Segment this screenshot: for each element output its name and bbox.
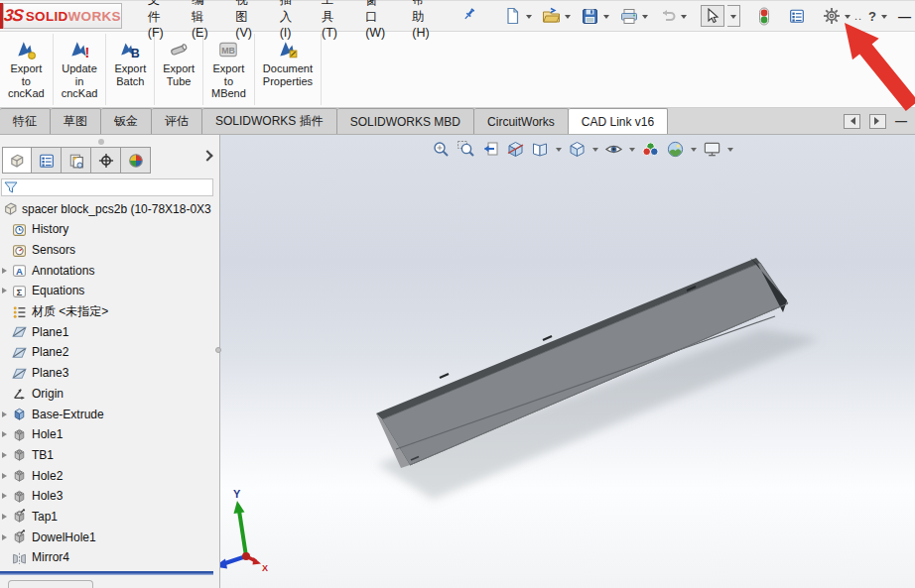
apply-scene-dropdown-icon[interactable] bbox=[691, 148, 697, 155]
view-orientation-icon[interactable] bbox=[568, 140, 587, 159]
zoom-to-fit-icon[interactable] bbox=[432, 140, 451, 159]
view-orientation-dropdown-icon[interactable] bbox=[592, 148, 598, 155]
rollback-bar[interactable] bbox=[0, 571, 213, 575]
tree-item[interactable]: Equations bbox=[0, 281, 216, 301]
settings-dropdown-icon[interactable] bbox=[845, 15, 850, 22]
tree-item-label: Plane3 bbox=[32, 366, 68, 380]
tree-item[interactable]: Origin bbox=[0, 384, 216, 405]
expand-arrow-icon[interactable] bbox=[2, 534, 10, 540]
undo-icon[interactable] bbox=[658, 6, 678, 26]
tab-displaymanager[interactable] bbox=[121, 147, 151, 174]
tab-propertymanager[interactable] bbox=[32, 147, 62, 174]
panel-grip-handle[interactable] bbox=[98, 139, 104, 145]
tree-item[interactable]: Plane2 bbox=[0, 342, 216, 363]
tree-item[interactable]: Sensors bbox=[0, 240, 216, 261]
bottom-partial-tab[interactable] bbox=[8, 580, 93, 588]
collapse-commandmanager-icon[interactable]: — bbox=[895, 114, 907, 128]
expand-arrow-icon[interactable] bbox=[2, 412, 10, 417]
tree-item[interactable]: Hole1 bbox=[0, 424, 216, 445]
save-icon[interactable] bbox=[581, 6, 600, 26]
print-dropdown-icon[interactable] bbox=[642, 15, 648, 22]
menu-item[interactable]: 工具(T) bbox=[322, 0, 338, 40]
tree-item[interactable]: Plane1 bbox=[0, 321, 216, 342]
menu-item[interactable]: 视图(V) bbox=[235, 0, 252, 40]
menu-item[interactable]: 窗口(W) bbox=[365, 0, 385, 40]
command-button[interactable]: Update in cncKad bbox=[54, 32, 106, 107]
expand-arrow-icon[interactable] bbox=[2, 268, 10, 274]
view-settings-dropdown-icon[interactable] bbox=[727, 148, 733, 155]
command-tab[interactable]: CAD Link v16 bbox=[569, 108, 668, 134]
select-tool-button[interactable] bbox=[701, 5, 724, 27]
tree-item-label: Hole1 bbox=[32, 427, 63, 441]
help-icon[interactable]: ? bbox=[868, 9, 876, 24]
overflow-dots[interactable]: .. bbox=[854, 10, 862, 22]
help-dropdown-icon[interactable] bbox=[881, 15, 887, 22]
command-tab[interactable]: 钣金 bbox=[101, 108, 152, 134]
new-document-icon[interactable] bbox=[503, 6, 523, 26]
tree-item[interactable]: History bbox=[0, 219, 216, 240]
save-dropdown-icon[interactable] bbox=[603, 15, 609, 22]
tab-configurationmanager[interactable] bbox=[62, 147, 91, 174]
drawing-view-dropdown-icon[interactable] bbox=[556, 148, 562, 155]
apply-scene-icon[interactable] bbox=[666, 140, 685, 159]
zoom-to-area-icon[interactable] bbox=[457, 140, 475, 159]
rebuild-traffic-light-icon[interactable] bbox=[754, 6, 774, 26]
section-view-icon[interactable] bbox=[506, 140, 525, 159]
undo-dropdown-icon[interactable] bbox=[681, 15, 687, 22]
print-icon[interactable] bbox=[619, 6, 639, 26]
edit-appearance-icon[interactable] bbox=[641, 140, 660, 159]
menu-item[interactable]: 文件(F) bbox=[148, 0, 165, 40]
command-tab[interactable]: SOLIDWORKS 插件 bbox=[202, 108, 337, 134]
hide-show-items-icon[interactable] bbox=[604, 140, 623, 159]
command-tab[interactable]: SOLIDWORKS MBD bbox=[337, 108, 474, 134]
expand-panel-icon[interactable] bbox=[201, 150, 212, 161]
settings-gear-icon[interactable] bbox=[822, 6, 842, 26]
tab-dimxpertmanager[interactable] bbox=[91, 147, 121, 174]
hide-show-dropdown-icon[interactable] bbox=[629, 148, 635, 155]
expand-arrow-icon[interactable] bbox=[2, 288, 10, 294]
command-button[interactable]: Export Tube bbox=[155, 32, 202, 107]
tab-featuremanager[interactable] bbox=[2, 147, 32, 174]
command-tab[interactable]: CircuitWorks bbox=[474, 108, 569, 134]
tree-item[interactable]: Mirror4 bbox=[0, 547, 216, 568]
open-document-icon[interactable] bbox=[542, 6, 562, 26]
command-button[interactable]: Export to cncKad bbox=[0, 32, 53, 107]
tree-filter-bar[interactable] bbox=[1, 178, 213, 196]
command-button[interactable]: Export Batch bbox=[106, 32, 154, 107]
previous-view-icon[interactable] bbox=[481, 140, 500, 159]
expand-arrow-icon[interactable] bbox=[2, 473, 10, 479]
tree-item[interactable]: DowelHole1 bbox=[0, 527, 216, 547]
tree-item[interactable]: 材质 <未指定> bbox=[0, 301, 216, 322]
command-tab[interactable]: 草图 bbox=[51, 108, 101, 134]
tree-item[interactable]: Plane3 bbox=[0, 363, 216, 384]
command-tab[interactable]: 特征 bbox=[0, 108, 51, 134]
select-tool-dropdown[interactable] bbox=[727, 5, 740, 27]
tree-item[interactable]: TB1 bbox=[0, 445, 216, 466]
tree-item[interactable]: Hole3 bbox=[0, 486, 216, 507]
open-document-dropdown-icon[interactable] bbox=[565, 15, 571, 22]
drawing-view-icon[interactable] bbox=[531, 140, 550, 159]
tree-item[interactable]: Tap1 bbox=[0, 507, 216, 528]
expand-arrow-icon[interactable] bbox=[2, 493, 10, 499]
menu-item[interactable]: 插入(I) bbox=[280, 0, 295, 40]
tree-item[interactable]: Annotations bbox=[0, 260, 216, 281]
pin-toolbar-icon[interactable] bbox=[461, 6, 477, 26]
panel-splitter-handle[interactable] bbox=[215, 347, 221, 353]
tree-item[interactable]: Base-Extrude bbox=[0, 404, 216, 424]
window-minimize-icon[interactable]: — bbox=[898, 9, 911, 24]
tree-root-item[interactable]: spacer block_pcs2b (10-78X18-0X3 bbox=[0, 198, 216, 219]
expand-arrow-icon[interactable] bbox=[2, 514, 10, 520]
expand-arrow-icon[interactable] bbox=[2, 431, 10, 437]
view-settings-icon[interactable] bbox=[703, 140, 721, 159]
command-button[interactable]: Export to MBend bbox=[203, 32, 254, 107]
pane-previous-icon[interactable] bbox=[844, 114, 860, 129]
menu-item[interactable]: 编辑(E) bbox=[192, 0, 208, 40]
tree-item[interactable]: Hole2 bbox=[0, 465, 216, 486]
new-document-dropdown-icon[interactable] bbox=[526, 15, 532, 22]
command-tab[interactable]: 评估 bbox=[152, 108, 202, 134]
pane-next-icon[interactable] bbox=[869, 114, 886, 129]
menu-item[interactable]: 帮助(H) bbox=[412, 0, 430, 40]
options-list-icon[interactable] bbox=[788, 6, 808, 26]
command-button[interactable]: Document Properties bbox=[255, 32, 321, 107]
expand-arrow-icon[interactable] bbox=[2, 452, 10, 458]
